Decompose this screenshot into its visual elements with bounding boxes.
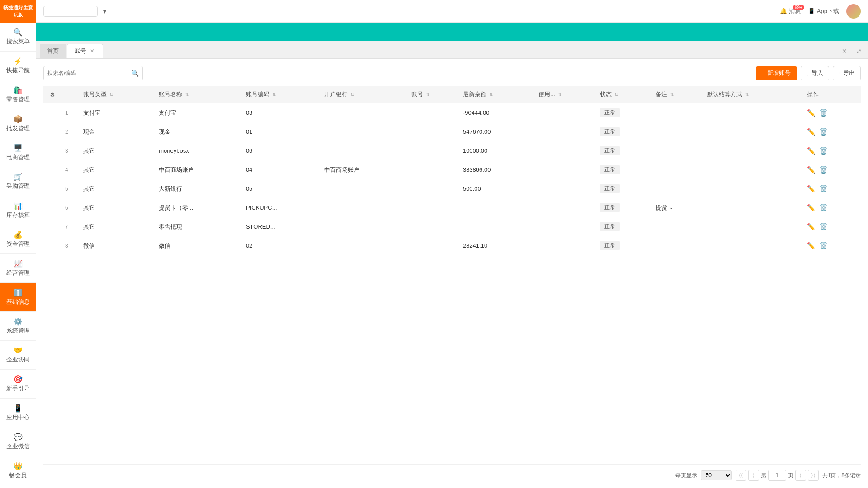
row-note: [652, 141, 703, 160]
row-account-name: 提货卡（零...: [155, 198, 242, 217]
sidebar-item-new-guide[interactable]: 🎯 新手引导: [0, 370, 36, 399]
add-account-button[interactable]: + 新增账号: [756, 66, 797, 80]
sidebar-item-inventory-calc[interactable]: 📊 库存核算: [0, 196, 36, 225]
delete-button[interactable]: 🗑️: [819, 147, 828, 155]
page-number-input[interactable]: [768, 470, 786, 481]
search-icon[interactable]: 🔍: [131, 70, 139, 77]
edit-button[interactable]: ✏️: [807, 109, 816, 117]
sidebar-item-system-mgmt[interactable]: ⚙️ 系统管理: [0, 312, 36, 341]
col-bank[interactable]: 开户银行 ⇅: [321, 86, 408, 103]
tab-home[interactable]: 首页: [40, 44, 66, 58]
ecommerce-mgmt-icon: 🖥️: [2, 144, 34, 152]
sort-note-icon[interactable]: ⇅: [670, 92, 674, 97]
header-dropdown-icon[interactable]: ▾: [103, 8, 106, 15]
sort-default-settlement-icon[interactable]: ⇅: [745, 92, 749, 97]
row-latest-balance: 28241.10: [459, 236, 535, 255]
operations-mgmt-icon: 📈: [2, 259, 34, 268]
row-status: 正常: [596, 236, 652, 255]
sidebar-item-purchase-mgmt[interactable]: 🛒 采购管理: [0, 167, 36, 196]
page-first-button[interactable]: ⟨⟨: [736, 470, 746, 481]
col-account-code[interactable]: 账号编码 ⇅: [242, 86, 321, 103]
row-usage: [535, 236, 596, 255]
sidebar-item-retail-mgmt[interactable]: 🛍️ 零售管理: [0, 80, 36, 109]
sidebar-item-wholesale-mgmt[interactable]: 📦 批发管理: [0, 109, 36, 138]
row-account-no: [408, 236, 459, 255]
sort-account-name-icon[interactable]: ⇅: [185, 92, 189, 97]
sidebar-item-app-center[interactable]: 📱 应用中心: [0, 399, 36, 427]
row-account-no: [408, 217, 459, 236]
col-account-no[interactable]: 账号 ⇅: [408, 86, 459, 103]
delete-button[interactable]: 🗑️: [819, 128, 828, 136]
tab-account[interactable]: 账号 ✕: [67, 44, 103, 58]
col-latest-balance[interactable]: 最新余额 ⇅: [459, 86, 535, 103]
row-actions: ✏️ 🗑️: [803, 217, 861, 236]
sidebar-item-enterprise-wechat[interactable]: 💬 企业微信: [0, 427, 36, 456]
col-default-settlement[interactable]: 默认结算方式 ⇅: [703, 86, 803, 103]
col-status[interactable]: 状态 ⇅: [596, 86, 652, 103]
sidebar-item-ecommerce-mgmt[interactable]: 🖥️ 电商管理: [0, 138, 36, 167]
row-note: 提货卡: [652, 198, 703, 217]
edit-button[interactable]: ✏️: [807, 185, 816, 193]
bell-icon: 🔔: [780, 8, 787, 14]
import-button[interactable]: ↓ 导入: [801, 66, 829, 80]
maximize-window-icon[interactable]: ⤢: [854, 46, 864, 56]
page-next-button[interactable]: ⟩: [795, 470, 806, 481]
edit-button[interactable]: ✏️: [807, 128, 816, 136]
delete-button[interactable]: 🗑️: [819, 109, 828, 117]
row-settings: [43, 179, 61, 198]
sort-status-icon[interactable]: ⇅: [614, 92, 618, 97]
sort-account-type-icon[interactable]: ⇅: [109, 92, 113, 97]
sidebar-item-quick-nav[interactable]: ⚡ 快捷导航: [0, 52, 36, 80]
row-note: [652, 179, 703, 198]
table-header-row: ⚙ 账号类型 ⇅ 账号名称 ⇅ 账号编码 ⇅: [43, 86, 861, 103]
row-number: 8: [61, 236, 80, 255]
edit-button[interactable]: ✏️: [807, 147, 816, 155]
sidebar-item-finance-mgmt[interactable]: 💰 资金管理: [0, 225, 36, 254]
sidebar-item-operations-mgmt[interactable]: 📈 经营管理: [0, 254, 36, 283]
sort-latest-balance-icon[interactable]: ⇅: [489, 92, 493, 97]
sort-usage-icon[interactable]: ⇅: [558, 92, 561, 97]
row-status: 正常: [596, 179, 652, 198]
col-usage[interactable]: 使用... ⇅: [535, 86, 596, 103]
per-page-select[interactable]: 50 100 200: [701, 470, 732, 480]
sort-account-no-icon[interactable]: ⇅: [426, 92, 429, 97]
row-account-type: 其它: [80, 179, 155, 198]
app-download-button[interactable]: 📱 App下载: [808, 7, 839, 15]
export-button[interactable]: ↑ 导出: [833, 66, 861, 80]
user-avatar[interactable]: [846, 4, 861, 19]
col-settings[interactable]: ⚙: [43, 86, 61, 103]
delete-button[interactable]: 🗑️: [819, 185, 828, 193]
import-icon: ↓: [807, 70, 810, 77]
edit-button[interactable]: ✏️: [807, 223, 816, 231]
tab-account-close[interactable]: ✕: [89, 48, 95, 54]
col-actions: 操作: [803, 86, 861, 103]
table-body: 1 支付宝 支付宝 03 -90444.00 正常 ✏️ 🗑️ 2 现金: [43, 103, 861, 255]
edit-button[interactable]: ✏️: [807, 166, 816, 174]
sidebar-item-vip-member[interactable]: 👑 畅会员: [0, 456, 36, 485]
page-last-button[interactable]: ⟩⟩: [808, 470, 819, 481]
sort-account-code-icon[interactable]: ⇅: [272, 92, 276, 97]
notification-button[interactable]: 🔔 消息 99+: [780, 7, 801, 15]
col-account-name[interactable]: 账号名称 ⇅: [155, 86, 242, 103]
page-prev-button[interactable]: ⟨: [748, 470, 759, 481]
delete-button[interactable]: 🗑️: [819, 223, 828, 231]
row-account-code: 05: [242, 179, 321, 198]
table-row: 3 其它 moneybosx 06 10000.00 正常 ✏️ 🗑️: [43, 141, 861, 160]
row-settings: [43, 217, 61, 236]
sort-bank-icon[interactable]: ⇅: [350, 92, 354, 97]
edit-button[interactable]: ✏️: [807, 242, 816, 250]
close-window-icon[interactable]: ✕: [839, 46, 850, 56]
delete-button[interactable]: 🗑️: [819, 204, 828, 212]
col-note[interactable]: 备注 ⇅: [652, 86, 703, 103]
row-settings: [43, 236, 61, 255]
search-input[interactable]: [47, 70, 131, 76]
status-badge: 正常: [600, 203, 620, 212]
sidebar-item-enterprise-agreement[interactable]: 🤝 企业协同: [0, 341, 36, 370]
col-account-type[interactable]: 账号类型 ⇅: [80, 86, 155, 103]
sidebar-item-basic-info[interactable]: ℹ️ 基础信息: [0, 283, 36, 312]
delete-button[interactable]: 🗑️: [819, 242, 828, 250]
sidebar-item-search-menu[interactable]: 🔍 搜索菜单: [0, 23, 36, 52]
delete-button[interactable]: 🗑️: [819, 166, 828, 174]
header-search-input[interactable]: [43, 6, 98, 17]
edit-button[interactable]: ✏️: [807, 204, 816, 212]
